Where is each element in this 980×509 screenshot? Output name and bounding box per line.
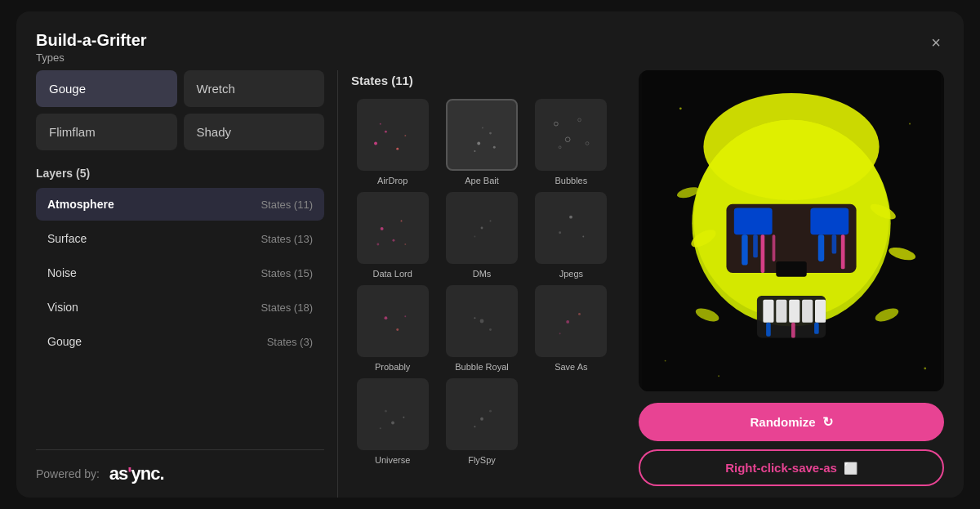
layer-item-vision[interactable]: Vision States (18) — [36, 291, 324, 324]
svg-rect-54 — [773, 234, 776, 261]
state-item-dms[interactable]: DMs — [440, 192, 523, 279]
layer-item-gouge[interactable]: Gouge States (3) — [36, 325, 324, 358]
svg-rect-47 — [734, 208, 773, 234]
svg-point-76 — [718, 375, 719, 377]
randomize-label: Randomize — [750, 415, 815, 429]
state-item-save-as[interactable]: Save As — [530, 285, 612, 372]
svg-point-13 — [586, 142, 589, 145]
layer-name-atmosphere: Atmosphere — [47, 198, 114, 211]
svg-rect-53 — [761, 234, 765, 273]
svg-point-25 — [583, 236, 585, 238]
state-item-probably[interactable]: Probably — [351, 285, 434, 372]
state-item-bubble-royal[interactable]: Bubble Royal — [440, 285, 523, 372]
middle-panel: States (11) AirDrop — [338, 70, 626, 498]
svg-point-22 — [490, 220, 492, 221]
svg-point-9 — [482, 127, 483, 128]
svg-point-18 — [376, 243, 379, 246]
type-tab-flimflam[interactable]: Flimflam — [36, 114, 177, 150]
layers-title: Layers (5) — [36, 167, 324, 180]
state-item-jpegs[interactable]: Jpegs — [530, 192, 612, 279]
svg-point-1 — [385, 131, 387, 133]
state-thumb-airdrop — [357, 99, 429, 171]
state-thumb-bubbles — [535, 99, 607, 171]
svg-rect-59 — [776, 300, 786, 323]
save-button[interactable]: Right-click-save-as ⬜ — [639, 449, 944, 486]
layer-name-surface: Surface — [47, 232, 87, 245]
state-label-jpegs: Jpegs — [559, 269, 583, 279]
layer-item-surface[interactable]: Surface States (13) — [36, 222, 324, 255]
svg-point-5 — [477, 142, 480, 145]
state-item-flyspy[interactable]: FlySpy — [440, 378, 523, 465]
svg-point-11 — [578, 118, 581, 122]
svg-point-6 — [489, 132, 492, 135]
powered-by-section: Powered by: as'ync. — [36, 449, 324, 498]
state-thumb-probably — [357, 285, 429, 357]
state-thumb-jpegs — [535, 192, 607, 264]
layer-item-noise[interactable]: Noise States (15) — [36, 257, 324, 289]
layer-name-gouge: Gouge — [47, 335, 82, 348]
svg-rect-50 — [753, 234, 758, 257]
svg-point-4 — [404, 135, 406, 136]
layer-states-surface: States (13) — [261, 233, 313, 245]
svg-point-29 — [480, 319, 484, 324]
modal-subtitle: Types — [36, 51, 147, 64]
svg-point-74 — [665, 360, 666, 362]
svg-rect-58 — [763, 300, 773, 323]
state-item-airdrop[interactable]: AirDrop — [351, 99, 434, 185]
svg-point-23 — [569, 216, 572, 219]
svg-rect-64 — [791, 323, 795, 338]
type-tab-wretch[interactable]: Wretch — [184, 70, 325, 107]
modal-header: Build-a-Grifter Types × — [36, 31, 944, 64]
svg-point-72 — [679, 107, 682, 109]
svg-rect-56 — [776, 261, 806, 277]
layer-states-vision: States (18) — [261, 301, 313, 314]
svg-point-73 — [909, 123, 911, 125]
svg-point-3 — [379, 123, 381, 125]
svg-rect-63 — [766, 323, 771, 337]
svg-point-12 — [566, 137, 571, 142]
state-thumb-flyspy — [446, 378, 518, 450]
svg-point-28 — [404, 315, 406, 317]
svg-point-21 — [474, 236, 475, 238]
state-thumb-save-as — [535, 285, 607, 357]
modal-body: Gouge Wretch Flimflam Shady Layers (5) A… — [36, 70, 944, 498]
preview-image — [639, 70, 944, 391]
type-tab-gouge[interactable]: Gouge — [36, 70, 177, 107]
svg-point-38 — [379, 427, 381, 429]
svg-point-16 — [392, 239, 394, 242]
svg-point-45 — [703, 93, 879, 200]
modal-title-section: Build-a-Grifter Types — [36, 31, 147, 64]
type-tab-shady[interactable]: Shady — [184, 114, 325, 150]
modal-title: Build-a-Grifter — [36, 31, 147, 50]
save-icon: ⬜ — [844, 462, 858, 475]
svg-point-24 — [559, 231, 562, 234]
save-label: Right-click-save-as — [725, 461, 837, 475]
svg-point-26 — [384, 316, 387, 319]
svg-rect-61 — [802, 300, 813, 323]
layers-list: Atmosphere States (11) Surface States (1… — [36, 188, 324, 443]
state-item-universe[interactable]: Universe — [351, 378, 434, 465]
state-thumb-bubble-royal — [446, 285, 518, 357]
state-label-universe: Universe — [375, 455, 410, 465]
state-label-dms: DMs — [473, 269, 492, 279]
state-item-bubbles[interactable]: Bubbles — [530, 99, 612, 185]
state-item-ape-bait[interactable]: Ape Bait — [440, 99, 523, 185]
svg-rect-62 — [815, 300, 826, 323]
layer-item-atmosphere[interactable]: Atmosphere States (11) — [36, 188, 324, 221]
action-buttons: Randomize ↻ Right-click-save-as ⬜ — [639, 391, 944, 498]
state-label-bubbles: Bubbles — [555, 176, 587, 185]
states-title: States (11) — [351, 74, 612, 87]
svg-point-0 — [374, 142, 377, 145]
svg-point-19 — [404, 243, 406, 245]
svg-rect-51 — [818, 234, 824, 261]
layer-name-noise: Noise — [47, 266, 77, 279]
randomize-button[interactable]: Randomize ↻ — [639, 403, 944, 441]
svg-point-30 — [489, 328, 492, 331]
powered-by-label: Powered by: — [36, 467, 100, 480]
state-label-probably: Probably — [375, 362, 410, 372]
svg-rect-49 — [742, 234, 747, 265]
svg-point-31 — [474, 317, 475, 319]
state-item-data-lord[interactable]: Data Lord — [351, 192, 434, 279]
async-logo: as'ync. — [109, 463, 164, 484]
close-button[interactable]: × — [928, 31, 944, 54]
